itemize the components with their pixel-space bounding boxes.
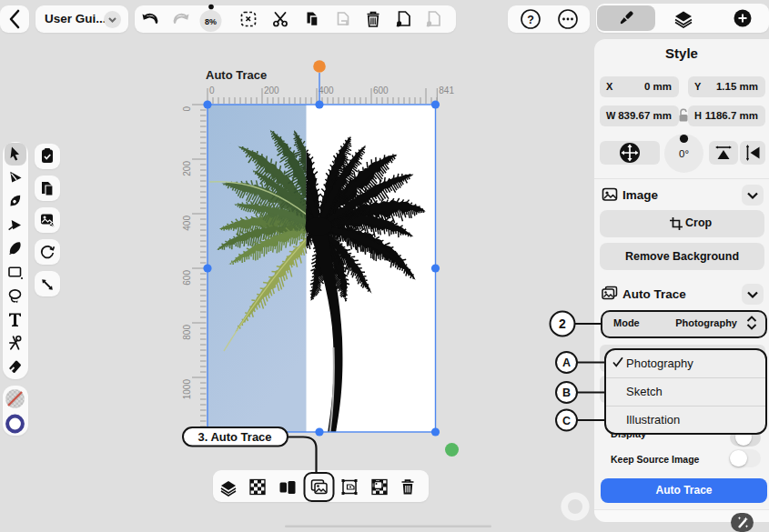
svg-text:800: 800	[182, 325, 192, 340]
svg-text:B: B	[562, 386, 571, 399]
svg-text:0: 0	[182, 106, 192, 112]
svg-text:A: A	[562, 356, 571, 369]
svg-text:200: 200	[264, 85, 279, 95]
svg-text:200: 200	[182, 161, 192, 176]
svg-text:400: 400	[182, 216, 192, 231]
svg-text:Auto Trace: Auto Trace	[206, 68, 267, 82]
svg-text:600: 600	[373, 85, 389, 95]
svg-text:400: 400	[319, 85, 334, 95]
svg-text:841: 841	[439, 85, 454, 95]
svg-text:8%: 8%	[205, 17, 217, 26]
svg-text:2: 2	[559, 316, 566, 331]
svg-text:0: 0	[209, 85, 215, 95]
svg-text:600: 600	[182, 270, 192, 286]
svg-text:0°: 0°	[679, 148, 689, 159]
svg-text:?: ?	[527, 14, 534, 26]
svg-text:3. Auto Trace: 3. Auto Trace	[197, 430, 271, 444]
svg-text:C: C	[562, 415, 571, 427]
svg-text:1000: 1000	[182, 379, 192, 400]
